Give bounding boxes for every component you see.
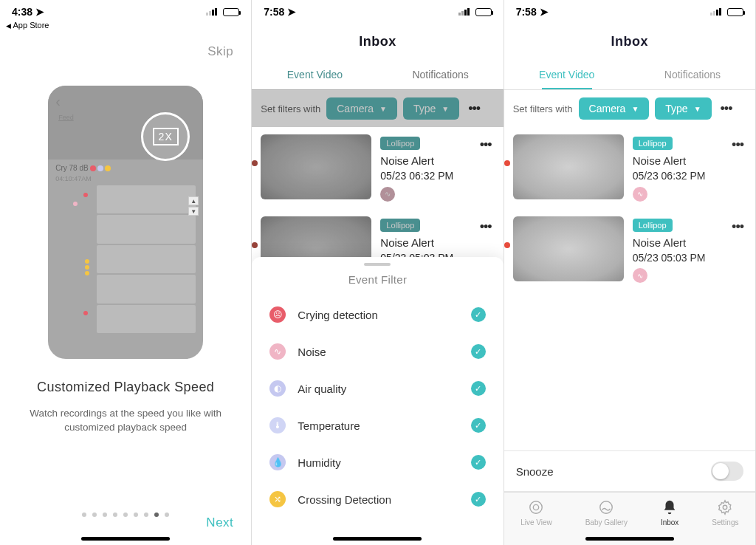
status-time: 7:58 <box>264 6 284 18</box>
noise-type-icon: ∿ <box>633 268 647 283</box>
svg-point-1 <box>534 504 539 510</box>
camera-filter-button[interactable]: Camera▼ <box>579 97 650 120</box>
onboarding-screen: 4:38 ➤ App Store Skip ‹ Feed 2X Cry 78 d… <box>0 0 252 545</box>
type-filter-button[interactable]: Type▼ <box>403 97 459 120</box>
temp-icon: 🌡 <box>269 417 286 433</box>
more-button[interactable]: ••• <box>718 101 735 117</box>
cry-icon: ☹ <box>269 306 286 323</box>
event-item[interactable]: Lollipop Noise Alert 05/23 06:32 PM ∿ ••… <box>504 127 755 209</box>
tab-notifications[interactable]: Notifications <box>378 60 504 89</box>
onboarding-title: Customized Playback Speed <box>0 380 251 395</box>
location-icon: ➤ <box>35 6 44 18</box>
event-camera-tag: Lollipop <box>633 219 673 232</box>
inbox-tabs: Event Video Notifications <box>252 60 503 90</box>
event-title: Noise Alert <box>633 236 746 249</box>
event-title: Noise Alert <box>633 154 746 167</box>
filter-option-label: Air quality <box>298 383 458 395</box>
unread-indicator-icon <box>504 242 510 248</box>
event-item[interactable]: Lollipop Noise Alert 05/23 06:32 PM ∿ ••… <box>252 127 503 209</box>
tab-event-video[interactable]: Event Video <box>504 60 630 89</box>
svg-point-2 <box>600 501 613 514</box>
filter-bar: Set filters with Camera▼ Type▼ ••• <box>252 90 503 127</box>
check-icon: ✓ <box>471 492 486 507</box>
noise-type-icon: ∿ <box>633 187 647 202</box>
chevron-down-icon: ▼ <box>631 105 639 113</box>
status-time: 7:58 <box>516 6 537 18</box>
filter-option-humid[interactable]: 💧 Humidity ✓ <box>252 444 503 481</box>
illustration-back-icon: ‹ <box>55 93 61 110</box>
event-thumbnail[interactable] <box>513 216 624 281</box>
snooze-label: Snooze <box>516 465 554 478</box>
tab-event-video[interactable]: Event Video <box>252 60 377 89</box>
back-to-app-button[interactable]: App Store <box>0 21 251 32</box>
event-more-button[interactable]: ••• <box>477 137 495 153</box>
up-arrow-icon: ▲ <box>188 196 199 205</box>
filter-option-cross[interactable]: ⤭ Crossing Detection ✓ <box>252 481 503 518</box>
cellular-signal-icon <box>710 8 721 16</box>
event-camera-tag: Lollipop <box>380 137 420 150</box>
filter-option-label: Humidity <box>298 456 458 469</box>
event-filter-sheet[interactable]: Event Filter ☹ Crying detection ✓ ∿ Nois… <box>252 257 503 545</box>
event-item[interactable]: Lollipop Noise Alert 05/23 05:03 PM ∿ ••… <box>504 209 755 291</box>
skip-button[interactable]: Skip <box>0 32 251 71</box>
noise-icon: ∿ <box>269 343 286 360</box>
event-more-button[interactable]: ••• <box>729 137 746 153</box>
status-time: 4:38 <box>12 6 32 18</box>
event-timestamp: 05/23 05:03 PM <box>633 252 746 264</box>
event-title: Noise Alert <box>380 236 494 249</box>
event-thumbnail[interactable] <box>261 134 371 199</box>
home-indicator[interactable] <box>333 537 422 541</box>
svg-point-0 <box>530 501 543 514</box>
home-indicator[interactable] <box>81 537 170 541</box>
tabbar-settings[interactable]: Settings <box>712 498 738 545</box>
location-icon: ➤ <box>287 6 296 18</box>
home-indicator[interactable] <box>585 537 674 541</box>
chevron-down-icon: ▼ <box>379 105 387 113</box>
camera-filter-button[interactable]: Camera▼ <box>326 97 397 120</box>
filter-label: Set filters with <box>261 103 320 114</box>
svg-point-3 <box>724 505 728 510</box>
filter-option-noise[interactable]: ∿ Noise ✓ <box>252 333 503 370</box>
more-button[interactable]: ••• <box>465 101 483 117</box>
chevron-down-icon: ▼ <box>441 105 449 113</box>
status-bar: 7:58 ➤ <box>504 0 755 21</box>
inbox-tabs: Event Video Notifications <box>504 60 755 90</box>
onboarding-illustration: ‹ Feed 2X Cry 78 dB 04:10:47AM <box>48 86 203 359</box>
status-bar: 7:58 ➤ <box>252 0 503 21</box>
playback-speed-badge: 2X <box>141 112 190 161</box>
filter-option-cry[interactable]: ☹ Crying detection ✓ <box>252 296 503 333</box>
filter-option-temp[interactable]: 🌡 Temperature ✓ <box>252 407 503 444</box>
battery-icon <box>727 8 743 16</box>
snooze-toggle[interactable] <box>711 462 743 481</box>
event-camera-tag: Lollipop <box>380 219 420 232</box>
onboarding-description: Watch recordings at the speed you like w… <box>19 407 232 435</box>
unread-indicator-icon <box>252 242 258 248</box>
noise-type-icon: ∿ <box>380 187 395 202</box>
playback-speed-value: 2X <box>153 128 179 145</box>
event-thumbnail[interactable] <box>513 134 624 199</box>
snooze-bar: Snooze <box>504 450 755 492</box>
event-more-button[interactable]: ••• <box>477 219 495 235</box>
sheet-drag-handle[interactable] <box>364 263 391 266</box>
filter-bar: Set filters with Camera▼ Type▼ ••• <box>504 90 755 127</box>
illustration-timestamp: 04:10:47AM <box>55 175 196 185</box>
filter-option-label: Noise <box>298 346 458 358</box>
filter-option-label: Crossing Detection <box>298 493 458 506</box>
battery-icon <box>223 8 239 16</box>
filter-option-air[interactable]: ◐ Air quality ✓ <box>252 370 503 407</box>
status-bar: 4:38 ➤ <box>0 0 251 21</box>
tabbar-live-view[interactable]: Live View <box>520 498 552 545</box>
inbox-screen: 7:58 ➤ Inbox Event Video Notifications S… <box>504 0 756 545</box>
check-icon: ✓ <box>471 381 486 396</box>
event-more-button[interactable]: ••• <box>729 219 746 235</box>
tab-notifications[interactable]: Notifications <box>630 60 755 89</box>
air-icon: ◐ <box>269 380 286 397</box>
chevron-down-icon: ▼ <box>694 105 701 113</box>
unread-indicator-icon <box>252 160 258 166</box>
next-button[interactable]: Next <box>206 515 233 530</box>
gear-icon <box>716 498 734 516</box>
check-icon: ✓ <box>471 344 486 359</box>
page-title: Inbox <box>504 21 755 60</box>
location-icon: ➤ <box>540 6 549 18</box>
type-filter-button[interactable]: Type▼ <box>655 97 711 120</box>
